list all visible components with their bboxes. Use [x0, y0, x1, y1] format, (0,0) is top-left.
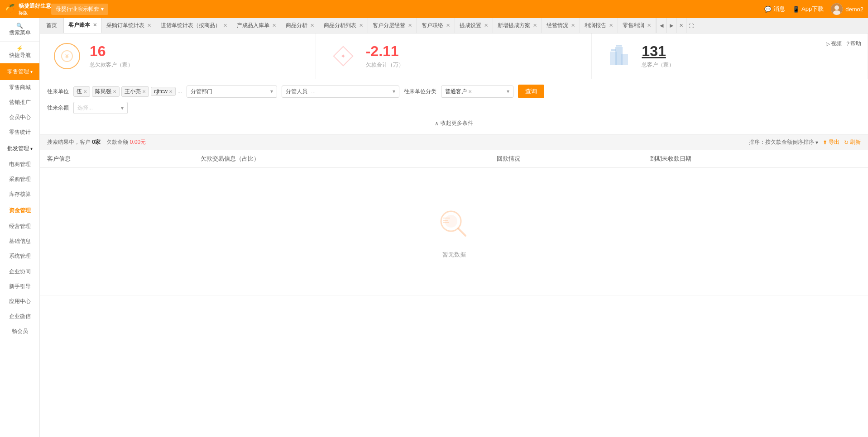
tab-commission-settings[interactable]: 提成设置 ✕ — [455, 18, 493, 33]
svg-rect-17 — [443, 222, 449, 223]
tab-next-btn[interactable]: ▶ — [666, 18, 676, 33]
tab-fullscreen-btn[interactable]: ⛶ — [686, 18, 696, 33]
tab-customer-contact[interactable]: 客户联络 ✕ — [417, 18, 455, 33]
tab-close-icon[interactable]: ✕ — [310, 23, 314, 28]
stat-value-2: -2.11 — [366, 44, 404, 58]
query-btn[interactable]: 查询 — [518, 85, 544, 98]
filter-row-2: 往来余额 选择... ▾ — [47, 102, 861, 114]
help-icon: ? — [846, 41, 849, 47]
help-btn[interactable]: ? 帮助 — [846, 40, 861, 48]
sidebar-item-marketing[interactable]: 营销推广 — [0, 95, 39, 110]
sidebar-item-enterprise-wechat[interactable]: 企业微信 — [0, 309, 39, 324]
tab-close-icon[interactable]: ✕ — [408, 23, 412, 28]
sidebar-item-ecommerce[interactable]: 电商管理 — [0, 157, 39, 172]
sidebar-item-member[interactable]: 畅会员 — [0, 324, 39, 339]
tab-new-commission-plan[interactable]: 新增提成方案 ✕ — [493, 18, 542, 33]
export-icon: ⬆ — [823, 139, 827, 146]
sidebar-item-retail-stats[interactable]: 零售统计 — [0, 125, 39, 140]
tab-business-status[interactable]: 经营情况 ✕ — [542, 18, 580, 33]
tab-close-icon[interactable]: ✕ — [223, 23, 227, 28]
tab-close-icon[interactable]: ✕ — [359, 23, 363, 28]
empty-state: 暂无数据 — [40, 168, 868, 295]
result-info: 搜索结果中，客户 0家 欠款金额 0.00元 排序：按欠款金额倒序排序 ▾ — [40, 135, 868, 150]
sidebar-item-system-mgmt[interactable]: 系统管理 — [0, 249, 39, 264]
app-download-btn[interactable]: 📱 App下载 — [792, 5, 824, 13]
more-tags-btn[interactable]: ... — [177, 88, 182, 95]
tab-customer-layering[interactable]: 客户分层经营 ✕ — [368, 18, 417, 33]
tab-retail-profit[interactable]: 零售利润 ✕ — [618, 18, 656, 33]
extra-select[interactable]: 选择... ▾ — [73, 102, 128, 114]
tab-product-analysis-list[interactable]: 商品分析列表 ✕ — [319, 18, 368, 33]
svg-rect-11 — [616, 45, 622, 47]
sidebar: 🔍 搜索菜单 ⚡ 快捷导航 零售管理 ▾ 零售商城 营销推广 会员中心 零售统计 — [0, 18, 40, 437]
sidebar-item-wholesale-mgmt[interactable]: 批发管理 ▾ — [0, 140, 39, 157]
extra-select-arrow: ▾ — [121, 105, 124, 111]
tab-close-icon[interactable]: ✕ — [647, 23, 651, 28]
tab-close-icon[interactable]: ✕ — [272, 23, 276, 28]
unit-filter-label: 往来单位 — [47, 88, 69, 95]
stats-row: ¥ 16 总欠款客户（家） — [40, 33, 868, 79]
message-btn[interactable]: 💬 消息 — [764, 5, 785, 13]
sidebar-item-app-center[interactable]: 应用中心 — [0, 294, 39, 309]
data-table: 客户信息 欠款交易信息（占比） 回款情况 到期未收款日期 — [40, 150, 868, 295]
tab-close-icon[interactable]: ✕ — [533, 23, 537, 28]
tab-close-icon[interactable]: ✕ — [484, 23, 488, 28]
account-selector[interactable]: 母婴行业演示帐套 ▾ — [51, 4, 108, 15]
tab-close-icon[interactable]: ✕ — [147, 23, 151, 28]
sidebar-nav[interactable]: ⚡ 快捷导航 — [0, 42, 39, 63]
sidebar-item-finance-mgmt[interactable]: 资金管理 — [0, 202, 39, 219]
sidebar-item-retail-mgmt[interactable]: 零售管理 ▾ — [0, 63, 39, 80]
top-bar: 🍊 畅捷通好生意 标版 母婴行业演示帐套 ▾ 💬 消息 📱 App下载 — [0, 0, 868, 18]
tab-close-all-btn[interactable]: ✕ — [676, 18, 686, 33]
refresh-icon: ↻ — [844, 139, 849, 146]
person-select[interactable]: 分管人员 ... ▾ — [282, 86, 399, 98]
svg-rect-10 — [611, 49, 616, 51]
dept-select-arrow: ▾ — [270, 88, 273, 95]
chevron-right-icon: ▾ — [30, 146, 33, 151]
tab-close-icon[interactable]: ✕ — [93, 22, 97, 28]
sidebar-item-inventory[interactable]: 库存核算 — [0, 187, 39, 202]
tab-prev-btn[interactable]: ◀ — [656, 18, 666, 33]
user-profile[interactable]: demo2 — [831, 3, 863, 15]
unit-type-select[interactable]: 普通客户 ✕ ▾ — [441, 86, 513, 98]
tab-home[interactable]: 首页 — [40, 18, 64, 33]
top-bar-right: 💬 消息 📱 App下载 demo2 — [764, 3, 863, 15]
collapse-icon: ∧ — [435, 120, 439, 127]
sort-btn[interactable]: 排序：按欠款金额倒序排序 ▾ — [749, 138, 818, 146]
tab-close-icon[interactable]: ✕ — [571, 23, 575, 28]
message-icon: 💬 — [764, 6, 772, 13]
logo-title: 畅捷通好生意 — [19, 2, 51, 10]
dept-select[interactable]: 分管部门 ▾ — [187, 86, 277, 98]
filter-tag-3: cjttcw ✕ — [151, 87, 176, 96]
tab-close-icon[interactable]: ✕ — [609, 23, 613, 28]
remove-tag-1-btn[interactable]: ✕ — [113, 89, 116, 94]
tab-inbound-stats[interactable]: 进货单统计表（按商品） ✕ — [156, 18, 232, 33]
chevron-down-icon: ▾ — [30, 69, 33, 74]
stat-info-2: -2.11 欠款合计（万） — [366, 44, 404, 69]
sidebar-item-retail-mall[interactable]: 零售商城 — [0, 80, 39, 95]
tab-finished-goods[interactable]: 产成品入库单 ✕ — [232, 18, 281, 33]
unit-type-label: 往来单位分类 — [404, 88, 436, 95]
export-btn[interactable]: ⬆ 导出 — [823, 138, 839, 146]
sidebar-item-basic-info[interactable]: 基础信息 — [0, 234, 39, 249]
video-help-btn[interactable]: ▷ 视频 — [826, 40, 842, 48]
tab-product-analysis[interactable]: 商品分析 ✕ — [281, 18, 319, 33]
sidebar-item-operation-mgmt[interactable]: 经营管理 — [0, 219, 39, 234]
tab-customer-ledger[interactable]: 客户账本 ✕ — [64, 18, 102, 33]
collapse-btn[interactable]: ∧ 收起更多条件 — [433, 118, 475, 129]
sidebar-item-newbie-guide[interactable]: 新手引导 — [0, 279, 39, 294]
remove-tag-2-btn[interactable]: ✕ — [142, 89, 146, 94]
sidebar-item-purchase-mgmt[interactable]: 采购管理 — [0, 172, 39, 187]
svg-point-2 — [833, 10, 840, 15]
sidebar-item-member-center[interactable]: 会员中心 — [0, 110, 39, 125]
refresh-btn[interactable]: ↻ 刷新 — [844, 138, 861, 146]
sidebar-search[interactable]: 🔍 搜索菜单 — [0, 18, 39, 42]
tab-close-icon[interactable]: ✕ — [446, 23, 450, 28]
tab-profit-report[interactable]: 利润报告 ✕ — [580, 18, 618, 33]
remove-tag-3-btn[interactable]: ✕ — [169, 89, 173, 94]
remove-unit-type-btn[interactable]: ✕ — [468, 89, 472, 94]
result-info-right: 排序：按欠款金额倒序排序 ▾ ⬆ 导出 ↻ 刷新 — [749, 138, 861, 146]
tab-purchase-order-stats[interactable]: 采购订单统计表 ✕ — [102, 18, 156, 33]
sidebar-item-enterprise-collab[interactable]: 企业协同 — [0, 264, 39, 279]
remove-tag-0-btn[interactable]: ✕ — [83, 89, 87, 94]
